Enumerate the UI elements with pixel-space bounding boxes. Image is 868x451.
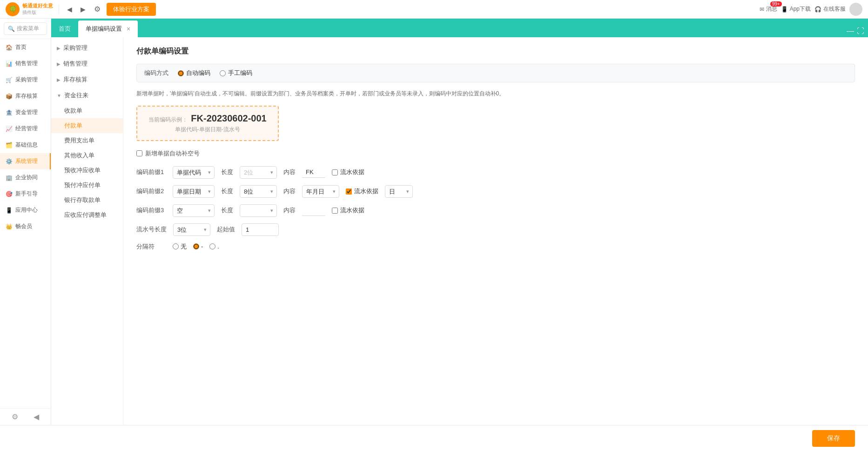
sidebar-item-guide[interactable]: 🎯 新手引导 <box>0 186 51 202</box>
serial3-checkbox[interactable] <box>332 208 338 214</box>
serial1-checkbox[interactable] <box>332 169 338 175</box>
sep-none-label[interactable]: 无 <box>173 242 187 251</box>
auto-fill-checkbox[interactable] <box>136 150 142 156</box>
sidebar-item-corp[interactable]: 🏢 企业协同 <box>0 169 51 186</box>
separator-label: 分隔符 <box>136 242 166 251</box>
serial2-checkbox[interactable] <box>346 188 352 195</box>
start-value-input[interactable] <box>242 223 279 236</box>
length2-select-wrapper[interactable]: 8位 ▾ <box>240 185 277 198</box>
serial-length-wrapper[interactable]: 3位 ▾ <box>173 223 210 236</box>
save-button[interactable]: 保存 <box>812 430 855 447</box>
prefix2-select-wrapper[interactable]: 单据日期 ▾ <box>173 185 215 198</box>
sidebar-settings-btn[interactable]: ⚙ <box>12 412 18 421</box>
subnav-fund-header[interactable]: ▼ 资金往来 <box>51 88 123 103</box>
content2-select[interactable]: 年月日 <box>302 185 339 198</box>
sidebar-item-apps[interactable]: 📱 应用中心 <box>0 202 51 218</box>
online-service-btn[interactable]: 🎧 在线客服 <box>814 5 846 13</box>
sidebar-item-purchase[interactable]: 🛒 采购管理 <box>0 72 51 88</box>
subnav-purchase-header[interactable]: ▶ 采购管理 <box>51 40 123 56</box>
manual-encoding-radio[interactable]: 手工编码 <box>220 69 252 77</box>
nav-back-btn[interactable]: ◀ <box>65 4 74 14</box>
guide-icon: 🎯 <box>6 191 13 197</box>
length3-select-wrapper[interactable]: ▾ <box>240 204 277 217</box>
chevron-right-icon: ▶ <box>57 46 61 51</box>
sidebar-item-basic[interactable]: 🗂️ 基础信息 <box>0 137 51 153</box>
sep-dot-label[interactable]: . <box>209 243 219 250</box>
industry-btn[interactable]: 体验行业方案 <box>107 3 156 16</box>
serial1-checkbox-label[interactable]: 流水依据 <box>332 168 364 176</box>
sidebar-search[interactable]: 🔍 搜索菜单 <box>0 19 51 39</box>
subnav-expense[interactable]: 费用支出单 <box>51 133 123 148</box>
sidebar-item-finance[interactable]: 🏦 资金管理 <box>0 104 51 121</box>
message-btn[interactable]: ✉ 消息 99+ <box>760 5 777 13</box>
length2-select[interactable]: 8位 <box>240 185 277 198</box>
window-maximize-btn[interactable]: ⛶ <box>857 27 864 35</box>
subnav-adjustment[interactable]: 应收应付调整单 <box>51 208 123 222</box>
sidebar-item-member[interactable]: 👑 畅会员 <box>0 218 51 235</box>
member-icon: 👑 <box>6 223 13 230</box>
window-minimize-btn[interactable]: — <box>847 27 854 35</box>
prefix2-select[interactable]: 单据日期 <box>173 185 215 198</box>
finance-icon: 🏦 <box>6 109 13 116</box>
chevron-down-icon: ▼ <box>57 93 61 98</box>
corp-icon: 🏢 <box>6 175 13 181</box>
logo-title: 畅通道好生意 <box>22 2 53 9</box>
tab-home[interactable]: 首页 <box>51 20 78 37</box>
length3-select[interactable] <box>240 204 277 217</box>
serial-length-select[interactable]: 3位 <box>173 223 210 236</box>
subnav-sales-header[interactable]: ▶ 销售管理 <box>51 56 123 72</box>
settings-btn[interactable]: ⚙ <box>92 3 103 15</box>
tab-encoding[interactable]: 单据编码设置 × <box>78 20 138 37</box>
sidebar-item-operation[interactable]: 📈 经营管理 <box>0 121 51 137</box>
length1-select-wrapper[interactable]: 2位 ▾ <box>240 166 277 179</box>
subnav-payment[interactable]: 付款单 <box>51 118 123 133</box>
content3-value <box>302 205 325 216</box>
sidebar: 🔍 搜索菜单 🏠 首页 📊 销售管理 🛒 采购管理 📦 库存核算 🏦 资金管理 … <box>0 19 51 425</box>
code-preview-label: 当前编码示例： FK-20230602-001 <box>148 113 267 124</box>
subnav-advance-recv[interactable]: 预收冲应收单 <box>51 163 123 178</box>
avatar[interactable] <box>849 3 862 16</box>
content2-select-wrapper[interactable]: 年月日 ▾ <box>302 185 339 198</box>
purchase-icon: 🛒 <box>6 77 13 83</box>
code-preview-box: 当前编码示例： FK-20230602-001 单据代码-单据日期-流水号 <box>136 106 279 141</box>
encoding-type-label: 编码方式 <box>144 69 168 77</box>
sidebar-item-inventory[interactable]: 📦 库存核算 <box>0 88 51 104</box>
tab-close-icon[interactable]: × <box>127 25 130 33</box>
serial-length-label: 流水号长度 <box>136 225 167 234</box>
code-preview-value: FK-20230602-001 <box>191 113 266 123</box>
sidebar-item-home[interactable]: 🏠 首页 <box>0 39 51 55</box>
auto-fill-row: 新增单据自动补空号 <box>136 149 855 158</box>
prefix3-select-wrapper[interactable]: 空 ▾ <box>173 204 215 217</box>
subnav-inventory-header[interactable]: ▶ 库存核算 <box>51 72 123 88</box>
info-text: 新增单据时，'单据编码'自动生成，不可编辑。前缀设置为部门、业务员等档案类，开单… <box>136 89 855 99</box>
separator-row: 分隔符 无 - . <box>136 242 855 251</box>
search-icon: 🔍 <box>8 26 15 32</box>
subnav-other-income[interactable]: 其他收入单 <box>51 148 123 163</box>
prefix3-select[interactable]: 空 <box>173 204 215 217</box>
sep-dash-label[interactable]: - <box>193 243 203 250</box>
app-download-btn[interactable]: 📱 App下载 <box>781 5 811 13</box>
sidebar-collapse-btn[interactable]: ◀ <box>34 412 39 421</box>
length1-select[interactable]: 2位 <box>240 166 277 179</box>
serial2-period-select[interactable]: 日 月 年 <box>385 185 413 198</box>
subnav-bank-deposit[interactable]: 银行存取款单 <box>51 193 123 208</box>
sales-icon: 📊 <box>6 61 13 67</box>
encoding-type-section: 编码方式 自动编码 手工编码 <box>136 64 855 82</box>
serial3-checkbox-label[interactable]: 流水依据 <box>332 206 364 215</box>
prefix1-label: 编码前缀1 <box>136 168 166 176</box>
serial2-checkbox-label[interactable]: 流水依据 <box>346 187 378 195</box>
subnav-receipt[interactable]: 收款单 <box>51 103 123 118</box>
serial2-period-wrapper[interactable]: 日 月 年 ▾ <box>385 185 413 198</box>
prefix1-select[interactable]: 单据代码 <box>173 166 215 179</box>
apps-icon: 📱 <box>6 207 13 214</box>
auto-encoding-radio[interactable]: 自动编码 <box>178 69 210 77</box>
sidebar-item-system[interactable]: ⚙️ 系统管理 <box>0 153 51 169</box>
message-icon: ✉ <box>760 6 764 13</box>
tab-encoding-label: 单据编码设置 <box>86 25 122 33</box>
nav-forward-btn[interactable]: ▶ <box>78 4 88 14</box>
operation-icon: 📈 <box>6 126 13 132</box>
tabs-bar: 首页 单据编码设置 × — ⛶ <box>51 19 868 37</box>
subnav-advance-pay[interactable]: 预付冲应付单 <box>51 178 123 193</box>
prefix1-select-wrapper[interactable]: 单据代码 ▾ <box>173 166 215 179</box>
sidebar-item-sales[interactable]: 📊 销售管理 <box>0 55 51 72</box>
